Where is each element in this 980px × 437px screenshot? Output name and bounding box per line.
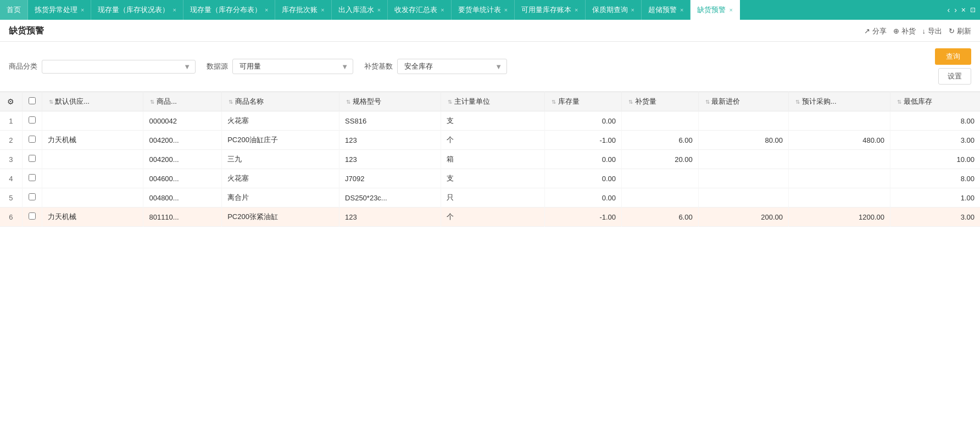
table-body: 1 0000042 火花塞 SS816 支 0.00 8.00 2 力天机械 0… [0, 111, 980, 227]
col-header-sku[interactable]: ⇅ 商品... [143, 92, 222, 111]
table-row: 6 力天机械 801110... PC200张紧油缸 123 个 -1.00 6… [0, 208, 980, 227]
col-header-minstock[interactable]: ⇅ 最低库存 [890, 92, 981, 111]
row-supplier-1 [42, 111, 143, 131]
row-select-checkbox-5[interactable] [29, 193, 36, 200]
row-replen-5 [622, 188, 699, 208]
datasource-arrow-icon: ▼ [341, 63, 348, 71]
row-unit-1: 支 [441, 111, 545, 131]
tab-home[interactable]: 首页 [0, 0, 28, 20]
tab-batch-account[interactable]: 库存批次账 × [275, 0, 331, 20]
gear-icon: ⚙ [7, 97, 14, 106]
row-checkbox-4[interactable] [22, 169, 42, 188]
table-row: 1 0000042 火花塞 SS816 支 0.00 8.00 [0, 111, 980, 131]
row-select-checkbox-3[interactable] [29, 155, 36, 162]
replenish-base-arrow-icon: ▼ [495, 63, 502, 71]
row-purchase-1 [789, 111, 890, 131]
filter-replenish-base-label: 补货基数 [364, 61, 393, 71]
row-checkbox-1[interactable] [22, 111, 42, 131]
col-header-replen[interactable]: ⇅ 补货量 [622, 92, 699, 111]
tab-close-others-button[interactable]: × [959, 0, 968, 20]
row-select-checkbox-6[interactable] [29, 212, 36, 220]
row-sku-4: 004600... [143, 169, 222, 188]
tab-next-button[interactable]: › [952, 0, 959, 20]
tab-close-inventory-status[interactable]: × [172, 7, 176, 13]
row-stock-3: 0.00 [545, 150, 622, 169]
tab-overstock[interactable]: 超储预警 × [642, 0, 691, 20]
row-stock-2: -1.00 [545, 131, 622, 150]
row-checkbox-6[interactable] [22, 208, 42, 227]
tab-close-available-ledger[interactable]: × [575, 7, 578, 13]
tab-close-shortage[interactable]: × [729, 7, 732, 13]
tab-close-in-out-flow[interactable]: × [377, 7, 381, 13]
col-header-stock[interactable]: ⇅ 库存量 [545, 92, 622, 111]
share-button[interactable]: ↗ 分享 [864, 26, 887, 36]
filter-action-buttons: 查询 设置 [935, 48, 971, 85]
sort-stock-icon: ⇅ [552, 99, 556, 105]
row-unit-2: 个 [441, 131, 545, 150]
row-purchase-3 [789, 150, 890, 169]
datasource-select[interactable]: 可用量 ▼ [232, 59, 353, 74]
row-name-4: 火花塞 [222, 169, 339, 188]
row-select-checkbox-1[interactable] [29, 116, 36, 124]
tab-inventory-status[interactable]: 现存量（库存状况表） × [91, 0, 183, 20]
category-select[interactable]: ▼ [42, 60, 196, 74]
row-select-checkbox-2[interactable] [29, 136, 36, 143]
tab-inventory-dist[interactable]: 现存量（库存分布表） × [183, 0, 275, 20]
tab-receive-summary[interactable]: 收发存汇总表 × [388, 0, 451, 20]
tab-close-order-stat[interactable]: × [504, 7, 508, 13]
tab-close-inventory-dist[interactable]: × [265, 7, 268, 13]
table-wrapper: ⚙ ⇅ 默认供应... ⇅ 商品... ⇅ 商品名称 [0, 92, 980, 227]
row-sku-6: 801110... [143, 208, 222, 227]
tab-order-stat[interactable]: 要货单统计表 × [452, 0, 515, 20]
query-button[interactable]: 查询 [935, 48, 971, 65]
row-replen-3: 20.00 [622, 150, 699, 169]
tab-close-batch-account[interactable]: × [321, 7, 324, 13]
page-container: 缺货预警 ↗ 分享 ⊕ 补货 ↓ 导出 ↻ 刷新 商品分类 [0, 20, 980, 437]
select-all-checkbox[interactable] [29, 97, 36, 104]
row-stock-1: 0.00 [545, 111, 622, 131]
row-purchase-4 [789, 169, 890, 188]
row-unit-3: 箱 [441, 150, 545, 169]
tab-in-out-flow[interactable]: 出入库流水 × [332, 0, 388, 20]
row-sku-1: 0000042 [143, 111, 222, 131]
tab-close-receive-summary[interactable]: × [441, 7, 444, 13]
row-replen-6: 6.00 [622, 208, 699, 227]
row-price-2: 80.00 [698, 131, 788, 150]
row-num-6: 6 [0, 208, 22, 227]
row-checkbox-2[interactable] [22, 131, 42, 150]
col-header-purchase[interactable]: ⇅ 预计采购... [789, 92, 890, 111]
tab-available-ledger[interactable]: 可用量库存账本 × [515, 0, 585, 20]
settings-button[interactable]: 设置 [938, 68, 971, 85]
replenish-button[interactable]: ⊕ 补货 [893, 26, 916, 36]
replenish-base-select[interactable]: 安全库存 ▼ [397, 59, 507, 74]
filter-area: 商品分类 ▼ 数据源 可用量 ▼ 补货基数 安全库存 ▼ 查询 设置 [0, 42, 980, 92]
row-unit-5: 只 [441, 188, 545, 208]
row-select-checkbox-4[interactable] [29, 174, 36, 181]
col-header-price[interactable]: ⇅ 最新进价 [698, 92, 788, 111]
tab-close-overstock[interactable]: × [680, 7, 683, 13]
replenish-icon: ⊕ [893, 27, 899, 35]
table-header-row: ⚙ ⇅ 默认供应... ⇅ 商品... ⇅ 商品名称 [0, 92, 980, 111]
tab-close-all-button[interactable]: ⊡ [968, 0, 978, 20]
row-checkbox-3[interactable] [22, 150, 42, 169]
col-header-supplier[interactable]: ⇅ 默认供应... [42, 92, 143, 111]
col-header-unit[interactable]: ⇅ 主计量单位 [441, 92, 545, 111]
col-header-name[interactable]: ⇅ 商品名称 [222, 92, 339, 111]
col-header-spec[interactable]: ⇅ 规格型号 [339, 92, 441, 111]
row-checkbox-5[interactable] [22, 188, 42, 208]
export-button[interactable]: ↓ 导出 [922, 26, 943, 36]
row-supplier-4 [42, 169, 143, 188]
tab-close-exception[interactable]: × [81, 7, 84, 13]
refresh-button[interactable]: ↻ 刷新 [949, 26, 971, 36]
col-header-settings[interactable]: ⚙ [0, 92, 22, 111]
row-purchase-2: 480.00 [789, 131, 890, 150]
col-header-checkbox[interactable] [22, 92, 42, 111]
sort-spec-icon: ⇅ [346, 99, 350, 105]
tab-close-expiry-query[interactable]: × [631, 7, 634, 13]
tab-exception[interactable]: 拣货异常处理 × [28, 0, 91, 20]
tab-shortage[interactable]: 缺货预警 × [691, 0, 739, 20]
row-name-6: PC200张紧油缸 [222, 208, 339, 227]
row-price-5 [698, 188, 788, 208]
tab-prev-button[interactable]: ‹ [945, 0, 952, 20]
tab-expiry-query[interactable]: 保质期查询 × [586, 0, 642, 20]
